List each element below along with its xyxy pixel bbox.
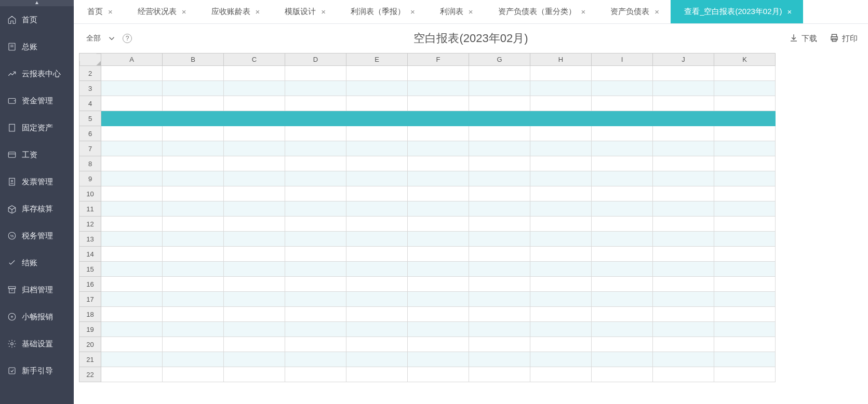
row-header-17[interactable]: 17 <box>79 292 101 307</box>
cell-D13[interactable] <box>285 232 346 247</box>
cell-E2[interactable] <box>346 66 408 81</box>
cell-C5[interactable] <box>224 111 285 126</box>
cell-A10[interactable] <box>101 186 163 201</box>
cell-D20[interactable] <box>285 337 346 352</box>
row-header-15[interactable]: 15 <box>79 262 101 277</box>
col-header-D[interactable]: D <box>285 53 346 66</box>
cell-H4[interactable] <box>530 96 592 111</box>
cell-K21[interactable] <box>714 352 776 367</box>
cell-G10[interactable] <box>469 186 530 201</box>
cell-B13[interactable] <box>163 232 224 247</box>
cell-I5[interactable] <box>592 111 653 126</box>
row-header-2[interactable]: 2 <box>79 66 101 81</box>
cell-C4[interactable] <box>224 96 285 111</box>
cell-G4[interactable] <box>469 96 530 111</box>
sidebar-item-7[interactable]: 库存核算 <box>0 195 74 222</box>
cell-B18[interactable] <box>163 307 224 322</box>
cell-K18[interactable] <box>714 307 776 322</box>
cell-D7[interactable] <box>285 141 346 156</box>
cell-K20[interactable] <box>714 337 776 352</box>
cell-A7[interactable] <box>101 141 163 156</box>
cell-G16[interactable] <box>469 277 530 292</box>
cell-H2[interactable] <box>530 66 592 81</box>
cell-D8[interactable] <box>285 156 346 171</box>
cell-C12[interactable] <box>224 217 285 232</box>
cell-D2[interactable] <box>285 66 346 81</box>
cell-B10[interactable] <box>163 186 224 201</box>
sidebar-item-13[interactable]: 新手引导 <box>0 357 74 384</box>
cell-C16[interactable] <box>224 277 285 292</box>
sidebar-scroll-up[interactable]: ▲ <box>0 0 74 6</box>
cell-D15[interactable] <box>285 262 346 277</box>
cell-A5[interactable] <box>101 111 163 126</box>
cell-K3[interactable] <box>714 81 776 96</box>
cell-C20[interactable] <box>224 337 285 352</box>
cell-E14[interactable] <box>346 247 408 262</box>
cell-H9[interactable] <box>530 171 592 186</box>
cell-H5[interactable] <box>530 111 592 126</box>
cell-I2[interactable] <box>592 66 653 81</box>
cell-J7[interactable] <box>653 141 714 156</box>
cell-G5[interactable] <box>469 111 530 126</box>
cell-J9[interactable] <box>653 171 714 186</box>
cell-J18[interactable] <box>653 307 714 322</box>
cell-A22[interactable] <box>101 367 163 382</box>
cell-I13[interactable] <box>592 232 653 247</box>
cell-I9[interactable] <box>592 171 653 186</box>
cell-J12[interactable] <box>653 217 714 232</box>
cell-A13[interactable] <box>101 232 163 247</box>
cell-D3[interactable] <box>285 81 346 96</box>
cell-K5[interactable] <box>714 111 776 126</box>
cell-H21[interactable] <box>530 352 592 367</box>
sidebar-item-5[interactable]: 工资 <box>0 141 74 168</box>
cell-A17[interactable] <box>101 292 163 307</box>
close-icon[interactable]: × <box>182 8 186 16</box>
cell-I8[interactable] <box>592 156 653 171</box>
cell-J15[interactable] <box>653 262 714 277</box>
cell-E13[interactable] <box>346 232 408 247</box>
cell-D10[interactable] <box>285 186 346 201</box>
cell-F17[interactable] <box>408 292 469 307</box>
cell-I12[interactable] <box>592 217 653 232</box>
cell-A21[interactable] <box>101 352 163 367</box>
row-header-16[interactable]: 16 <box>79 277 101 292</box>
cell-D16[interactable] <box>285 277 346 292</box>
sidebar-item-12[interactable]: 基础设置 <box>0 330 74 357</box>
cell-A9[interactable] <box>101 171 163 186</box>
cell-E21[interactable] <box>346 352 408 367</box>
cell-I14[interactable] <box>592 247 653 262</box>
cell-C6[interactable] <box>224 126 285 141</box>
cell-I20[interactable] <box>592 337 653 352</box>
cell-K2[interactable] <box>714 66 776 81</box>
cell-B7[interactable] <box>163 141 224 156</box>
cell-H8[interactable] <box>530 156 592 171</box>
cell-D6[interactable] <box>285 126 346 141</box>
cell-A6[interactable] <box>101 126 163 141</box>
cell-C18[interactable] <box>224 307 285 322</box>
cell-B11[interactable] <box>163 201 224 217</box>
cell-G20[interactable] <box>469 337 530 352</box>
col-header-A[interactable]: A <box>101 53 163 66</box>
cell-A11[interactable] <box>101 201 163 217</box>
filter-label[interactable]: 全部 <box>84 33 103 44</box>
cell-F15[interactable] <box>408 262 469 277</box>
cell-F18[interactable] <box>408 307 469 322</box>
close-icon[interactable]: × <box>787 8 792 16</box>
cell-E11[interactable] <box>346 201 408 217</box>
row-header-10[interactable]: 10 <box>79 186 101 201</box>
cell-G21[interactable] <box>469 352 530 367</box>
cell-K19[interactable] <box>714 322 776 337</box>
cell-E19[interactable] <box>346 322 408 337</box>
col-header-E[interactable]: E <box>346 53 408 66</box>
sidebar-item-6[interactable]: 发票管理 <box>0 168 74 195</box>
col-header-B[interactable]: B <box>163 53 224 66</box>
tab-0[interactable]: 首页× <box>74 0 124 23</box>
cell-G9[interactable] <box>469 171 530 186</box>
row-header-21[interactable]: 21 <box>79 352 101 367</box>
cell-J13[interactable] <box>653 232 714 247</box>
cell-K14[interactable] <box>714 247 776 262</box>
cell-B12[interactable] <box>163 217 224 232</box>
cell-J19[interactable] <box>653 322 714 337</box>
cell-H13[interactable] <box>530 232 592 247</box>
cell-G17[interactable] <box>469 292 530 307</box>
